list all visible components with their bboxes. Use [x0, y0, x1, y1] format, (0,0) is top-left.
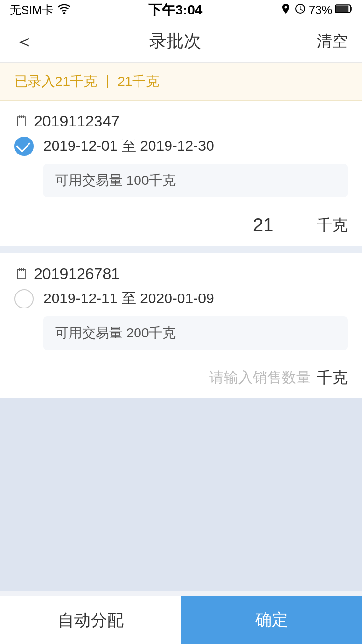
banner-divider [107, 75, 108, 88]
auto-distribute-button[interactable]: 自动分配 [0, 596, 181, 644]
svg-point-0 [64, 13, 65, 14]
recorded-amount-label: 已录入21千克 [14, 72, 97, 91]
wifi-icon [57, 2, 71, 18]
batch-header-2: 🗒 2019126781 [14, 265, 348, 283]
bottom-actions: 自动分配 确定 [0, 596, 362, 644]
availability-text-2: 可用交易量 200千克 [55, 325, 176, 340]
status-left: 无SIM卡 [10, 2, 71, 18]
status-time: 下午3:04 [148, 1, 202, 19]
batch-radio-2[interactable] [14, 289, 34, 308]
availability-box-2: 可用交易量 200千克 [43, 316, 348, 350]
quantity-input-2[interactable]: 请输入销售数量 [209, 368, 311, 388]
location-icon [280, 3, 292, 17]
status-right: 73% [280, 3, 352, 17]
quantity-unit-1: 千克 [317, 215, 348, 236]
quantity-value-1: 21 [253, 215, 273, 235]
nav-bar: ＜ 录批次 清空 [0, 20, 362, 63]
batch-doc-icon-2: 🗒 [14, 266, 29, 282]
batch-number-2: 2019126781 [34, 265, 120, 283]
batch-radio-1[interactable] [14, 137, 34, 156]
batch-section-2: 🗒 2019126781 2019-12-11 至 2020-01-09 可用交… [0, 253, 362, 398]
batch-item-2: 🗒 2019126781 2019-12-11 至 2020-01-09 可用交… [0, 253, 362, 350]
quantity-row-1: 21 千克 [0, 207, 362, 246]
batch-header-1: 🗒 2019112347 [14, 112, 348, 130]
batch-item-1: 🗒 2019112347 2019-12-01 至 2019-12-30 可用交… [0, 101, 362, 197]
clear-button[interactable]: 清空 [317, 31, 348, 52]
svg-rect-3 [351, 7, 352, 11]
batch-date-row-1: 2019-12-01 至 2019-12-30 [14, 136, 348, 156]
alarm-icon [294, 3, 306, 17]
batch-date-1: 2019-12-01 至 2019-12-30 [43, 136, 214, 156]
svg-rect-2 [336, 6, 349, 12]
availability-box-1: 可用交易量 100千克 [43, 164, 348, 197]
battery-percent: 73% [309, 3, 332, 17]
batch-section-1: 🗒 2019112347 2019-12-01 至 2019-12-30 可用交… [0, 101, 362, 246]
availability-text-1: 可用交易量 100千克 [55, 173, 176, 188]
batch-date-row-2: 2019-12-11 至 2020-01-09 [14, 289, 348, 308]
main-content: 🗒 2019112347 2019-12-01 至 2019-12-30 可用交… [0, 101, 362, 640]
batch-date-2: 2019-12-11 至 2020-01-09 [43, 289, 214, 308]
input-placeholder-2: 请输入销售数量 [209, 369, 311, 385]
page-title: 录批次 [149, 29, 201, 53]
section-divider [0, 246, 362, 253]
sim-text: 无SIM卡 [10, 2, 54, 18]
batch-doc-icon-1: 🗒 [14, 113, 29, 130]
confirm-button[interactable]: 确定 [181, 596, 362, 644]
info-banner: 已录入21千克 21千克 [0, 63, 362, 101]
back-button[interactable]: ＜ [14, 28, 34, 55]
input-unit-2: 千克 [317, 367, 348, 389]
input-row-2: 请输入销售数量 千克 [0, 360, 362, 398]
battery-icon [335, 3, 352, 17]
empty-area [0, 398, 362, 591]
quantity-input-1[interactable]: 21 [253, 215, 311, 236]
status-bar: 无SIM卡 下午3:04 73% [0, 0, 362, 20]
batch-number-1: 2019112347 [34, 112, 120, 130]
recorded-amount-value: 21千克 [117, 72, 159, 91]
